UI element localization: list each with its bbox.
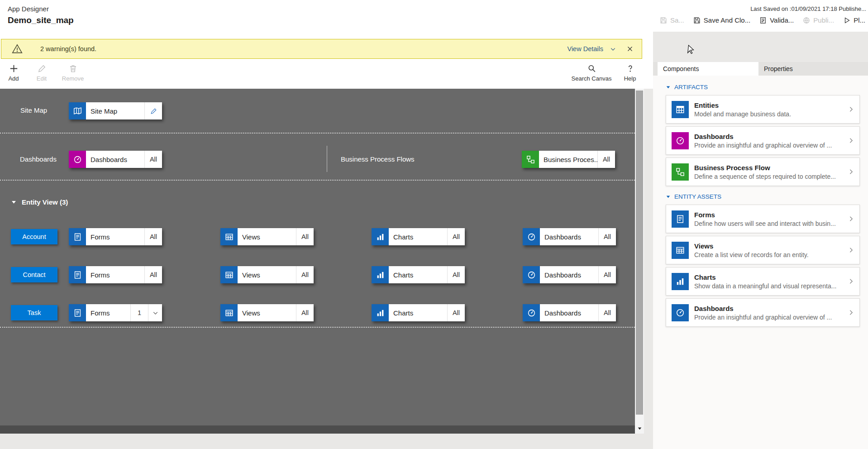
add-button[interactable]: Add xyxy=(4,64,24,82)
section-header-artifacts[interactable]: ARTIFACTS xyxy=(666,84,860,91)
tile-badge[interactable]: All xyxy=(144,228,162,245)
canvas-tile-charts[interactable]: ChartsAll xyxy=(372,304,465,321)
tile-badge[interactable]: All xyxy=(597,151,615,168)
app-label: App Designer xyxy=(8,5,49,13)
entity-row-account: AccountFormsAllViewsAllChartsAllDashboar… xyxy=(0,228,635,245)
canvas-scrollbar[interactable] xyxy=(635,89,644,434)
forms-icon xyxy=(672,210,689,228)
column-separator xyxy=(327,146,327,172)
component-card-views[interactable]: ViewsCreate a list view of records for a… xyxy=(666,236,860,264)
dashboards-tile-slot: DashboardsAll xyxy=(69,151,162,168)
tile-label: Views xyxy=(238,309,296,317)
chevron-right-icon xyxy=(847,137,855,144)
bpf-area-label: Business Process Flows xyxy=(341,155,415,163)
tile-badge[interactable]: All xyxy=(296,266,314,283)
canvas-tile-views[interactable]: ViewsAll xyxy=(220,266,314,283)
site-map-tile-slot: Site Map xyxy=(69,102,162,119)
component-card-dashboards[interactable]: DashboardsProvide an insightful and grap… xyxy=(666,126,860,155)
charts-icon xyxy=(372,304,389,321)
search-canvas-button[interactable]: Search Canvas xyxy=(568,64,615,82)
edit-button[interactable]: Edit xyxy=(32,64,52,82)
close-icon[interactable] xyxy=(626,45,634,53)
component-card-business-process-flow[interactable]: Business Process FlowDefine a sequence o… xyxy=(666,158,860,186)
publish-button[interactable]: Publi... xyxy=(803,16,834,24)
tile-badge[interactable]: All xyxy=(296,304,314,321)
tile-badge[interactable]: All xyxy=(447,228,465,245)
validate-button[interactable]: Valida... xyxy=(759,16,794,24)
save-and-close-label: Save And Clo... xyxy=(704,16,750,24)
entity-view-header[interactable]: Entity View (3) xyxy=(11,198,68,206)
tab-properties[interactable]: Properties xyxy=(758,62,859,76)
save-and-close-icon xyxy=(693,17,701,24)
entity-button-account[interactable]: Account xyxy=(11,229,57,244)
search-icon xyxy=(587,64,596,73)
canvas-tile-charts[interactable]: ChartsAll xyxy=(372,228,465,245)
chevron-down-icon[interactable] xyxy=(148,304,162,321)
dashboards-icon xyxy=(523,266,540,283)
canvas-tile-forms[interactable]: FormsAll xyxy=(69,266,162,283)
play-button[interactable]: Pl... xyxy=(843,16,865,24)
tile-label: Charts xyxy=(389,309,447,317)
tile-badge[interactable]: All xyxy=(598,266,616,283)
canvas-tile-charts[interactable]: ChartsAll xyxy=(372,266,465,283)
card-description: Model and manage business data. xyxy=(694,110,842,118)
scroll-down-button[interactable] xyxy=(635,425,644,431)
canvas-tile-business-proces[interactable]: Business Proces...All xyxy=(522,151,615,168)
forms-icon xyxy=(69,266,86,283)
chevron-down-icon[interactable] xyxy=(610,46,616,53)
forms-icon xyxy=(69,228,86,245)
save-and-close-button[interactable]: Save And Clo... xyxy=(693,16,750,24)
last-saved-text: Last Saved on :01/09/2021 17:18 Publishe… xyxy=(750,5,866,12)
component-card-charts[interactable]: ChartsShow data in a meaningful and visu… xyxy=(666,267,860,296)
row-separator xyxy=(0,327,635,328)
canvas-tile-views[interactable]: ViewsAll xyxy=(220,228,314,245)
component-card-dashboards[interactable]: DashboardsProvide an insightful and grap… xyxy=(666,298,860,327)
validate-label: Valida... xyxy=(770,16,794,24)
tile-badge[interactable]: All xyxy=(598,228,616,245)
canvas-tile-forms[interactable]: FormsAll xyxy=(69,228,162,245)
triangle-down-icon xyxy=(666,194,671,199)
remove-button[interactable]: Remove xyxy=(60,64,86,82)
view-details-link[interactable]: View Details xyxy=(567,45,603,53)
tab-components[interactable]: Components xyxy=(658,62,758,76)
entity-button-contact[interactable]: Contact xyxy=(11,267,57,282)
section-header-entity-assets[interactable]: ENTITY ASSETS xyxy=(666,193,860,200)
canvas-toolbar: Add Edit Remove Search Canvas Help xyxy=(0,59,653,89)
entity-view-title: Entity View (3) xyxy=(22,198,68,206)
component-card-forms[interactable]: FormsDefine how users will see and inter… xyxy=(666,205,860,233)
canvas-tile-dashboards[interactable]: DashboardsAll xyxy=(69,151,162,168)
tile-badge[interactable]: 1 xyxy=(130,304,148,321)
header: App Designer Demo_site_map Last Saved on… xyxy=(0,0,868,32)
scrollbar-thumb[interactable] xyxy=(636,91,643,415)
dashboards-area-label: Dashboards xyxy=(20,155,57,163)
entity-button-task[interactable]: Task xyxy=(11,305,57,320)
save-button[interactable]: Sa... xyxy=(660,16,684,24)
chevron-right-icon xyxy=(847,105,855,113)
tile-badge[interactable]: All xyxy=(144,151,162,168)
canvas-tile-site-map[interactable]: Site Map xyxy=(69,102,162,119)
tile-badge[interactable]: All xyxy=(144,266,162,283)
component-card-entities[interactable]: EntitiesModel and manage business data. xyxy=(666,95,860,124)
tile-badge[interactable]: All xyxy=(296,228,314,245)
canvas-bottom-edge xyxy=(0,425,635,434)
canvas-tile-dashboards[interactable]: DashboardsAll xyxy=(523,266,616,283)
card-description: Create a list view of records for an ent… xyxy=(694,251,842,258)
tile-badge[interactable]: All xyxy=(598,304,616,321)
remove-label: Remove xyxy=(62,75,84,82)
views-icon xyxy=(220,304,238,321)
remove-icon xyxy=(69,64,77,73)
tile-badge[interactable]: All xyxy=(447,266,465,283)
views-icon xyxy=(672,242,689,259)
pencil-icon[interactable] xyxy=(144,102,162,119)
canvas-tile-forms[interactable]: Forms1 xyxy=(69,304,162,321)
chevron-right-icon xyxy=(847,277,855,285)
site-map-area-label: Site Map xyxy=(20,106,47,114)
card-description: Show data in a meaningful and visual rep… xyxy=(694,282,842,290)
canvas-tile-dashboards[interactable]: DashboardsAll xyxy=(523,304,616,321)
bpf-icon xyxy=(672,163,689,181)
canvas-tile-dashboards[interactable]: DashboardsAll xyxy=(523,228,616,245)
tile-badge[interactable]: All xyxy=(447,304,465,321)
canvas-tile-views[interactable]: ViewsAll xyxy=(220,304,314,321)
help-label: Help xyxy=(624,75,636,82)
help-button[interactable]: Help xyxy=(619,64,641,82)
